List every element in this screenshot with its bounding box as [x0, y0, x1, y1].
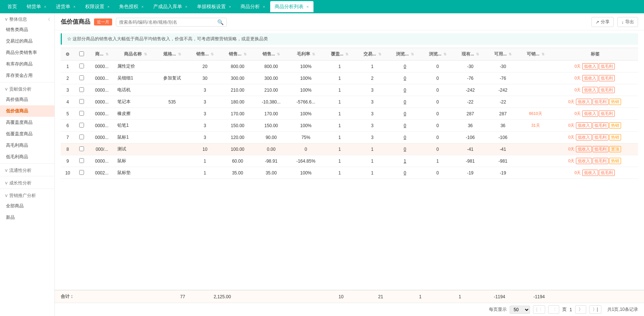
row-browse1[interactable]: 0 [389, 96, 421, 108]
close-icon[interactable]: × [73, 4, 76, 9]
deals-column-header[interactable]: 交易... ⇅ [356, 48, 389, 61]
row-checkbox[interactable] [79, 146, 84, 151]
row-checkbox-cell[interactable] [75, 155, 88, 167]
row-browse1[interactable]: 0 [389, 61, 421, 72]
name-column-header[interactable]: 商品名称 ⇅ [115, 48, 155, 61]
sidebar-item-category-rate[interactable]: 商品分类销售率 [0, 47, 54, 58]
close-icon[interactable]: × [306, 4, 309, 9]
browse2-column-header[interactable]: 浏览... ⇅ [421, 48, 454, 61]
sidebar-group-growth[interactable]: ∨ 成长性分析 [0, 177, 54, 188]
search-box: 🔍 [116, 18, 227, 27]
row-browse1[interactable]: 1 [389, 155, 421, 167]
code-column-header[interactable]: 商... ⇅ [88, 48, 115, 61]
next-page-button[interactable]: 〉 [575, 305, 586, 314]
summary-tags [598, 294, 638, 299]
sidebar-item-low-margin[interactable]: 低毛利商品 [0, 151, 54, 163]
row-checkbox[interactable] [79, 99, 84, 104]
spec-column-header[interactable]: 规格... ⇅ [155, 48, 188, 61]
saleable-column-header[interactable]: 可销... ⇅ [519, 48, 552, 61]
page-size-select[interactable]: 50 100 200 [510, 306, 530, 314]
checkbox-column-header[interactable] [75, 48, 88, 61]
row-browse1[interactable]: 0 [389, 132, 421, 143]
share-button[interactable]: ↗ 分享 [591, 17, 614, 27]
export-button[interactable]: ↓ 导出 [617, 17, 638, 27]
sales2-column-header[interactable]: 销售... ⇅ [221, 48, 254, 61]
row-stock: -30 [454, 61, 486, 72]
row-checkbox[interactable] [79, 75, 84, 80]
table-container[interactable]: ⚙ 商... ⇅ 商品名称 ⇅ 规格... ⇅ 销售... ⇅ 销售... ⇅ … [55, 48, 644, 290]
row-browse1[interactable]: 0 [389, 72, 421, 84]
sidebar-item-low-value[interactable]: 低价值商品 [0, 105, 54, 117]
row-spec [155, 84, 188, 96]
select-all-checkbox[interactable] [79, 51, 84, 56]
row-browse1[interactable]: 0 [389, 108, 421, 120]
tag-label: 热销 [609, 99, 621, 105]
sales3-column-header[interactable]: 销售... ⇅ [254, 48, 288, 61]
row-browse1[interactable]: 0 [389, 143, 421, 155]
sales1-column-header[interactable]: 销售... ⇅ [189, 48, 221, 61]
row-num: 2 [61, 72, 75, 84]
sidebar-group-circulation[interactable]: ∨ 流通性分析 [0, 164, 54, 175]
row-checkbox[interactable] [79, 87, 84, 92]
row-checkbox-cell[interactable] [75, 84, 88, 96]
prev-page-button[interactable]: 〈 [548, 305, 559, 314]
row-checkbox-cell[interactable] [75, 132, 88, 143]
nav-item-sales[interactable]: 销货单 × [22, 1, 51, 12]
sidebar-item-sales-goods[interactable]: 销售类商品 [0, 24, 54, 35]
stock-column-header[interactable]: 现有... ⇅ [454, 48, 486, 61]
row-browse1[interactable]: 0 [389, 120, 421, 132]
coverage-column-header[interactable]: 覆盖... ⇅ [323, 48, 356, 61]
row-browse1[interactable]: 0 [389, 167, 421, 179]
sidebar-item-in-stock[interactable]: 有库存的商品 [0, 58, 54, 70]
sidebar-item-low-coverage[interactable]: 低覆盖度商品 [0, 128, 54, 140]
row-checkbox[interactable] [79, 170, 84, 175]
sidebar-item-all-goods[interactable]: 全部商品 [0, 200, 54, 212]
avail-column-header[interactable]: 可用... ⇅ [487, 48, 519, 61]
sidebar-item-new-goods[interactable]: 新品 [0, 212, 54, 223]
nav-item-analysis-list[interactable]: 商品分析列表 × [270, 1, 313, 12]
sidebar-item-traded[interactable]: 交易过的商品 [0, 35, 54, 47]
close-icon[interactable]: × [44, 4, 46, 9]
collapse-icon[interactable]: 《 [46, 17, 50, 22]
row-checkbox[interactable] [79, 111, 84, 116]
row-checkbox-cell[interactable] [75, 61, 88, 72]
row-checkbox-cell[interactable] [75, 72, 88, 84]
search-icon[interactable]: 🔍 [217, 19, 224, 25]
browse1-column-header[interactable]: 浏览... ⇅ [389, 48, 421, 61]
first-page-button[interactable]: |〈 [533, 305, 545, 314]
nav-item-product[interactable]: 产成品入库单 × [149, 1, 192, 12]
search-input[interactable] [119, 20, 217, 25]
margin-column-header[interactable]: 毛利率 ⇅ [288, 48, 323, 61]
gear-icon[interactable]: ⚙ [66, 52, 70, 57]
nav-item-template[interactable]: 单据模板设置 × [192, 1, 235, 12]
row-spec [155, 143, 188, 155]
row-checkbox-cell[interactable] [75, 120, 88, 132]
row-checkbox[interactable] [79, 135, 84, 139]
row-checkbox-cell[interactable] [75, 108, 88, 120]
last-page-button[interactable]: 〉| [589, 305, 601, 314]
row-checkbox-cell[interactable] [75, 167, 88, 179]
gear-column-header[interactable]: ⚙ [61, 48, 75, 61]
row-checkbox[interactable] [79, 123, 84, 128]
sidebar-item-high-coverage[interactable]: 高覆盖度商品 [0, 117, 54, 128]
close-icon[interactable]: × [107, 4, 110, 9]
nav-item-home[interactable]: 首页 [3, 1, 21, 12]
nav-item-role[interactable]: 角色授权 × [115, 1, 148, 12]
row-checkbox-cell[interactable] [75, 143, 88, 155]
close-icon[interactable]: × [263, 4, 265, 9]
sidebar-item-high-value[interactable]: 高价值商品 [0, 94, 54, 105]
row-checkbox[interactable] [79, 64, 84, 68]
sidebar-item-capital[interactable]: 库存资金占用 [0, 70, 54, 81]
row-num: 1 [61, 61, 75, 72]
sidebar-item-high-margin[interactable]: 高毛利商品 [0, 140, 54, 151]
row-checkbox[interactable] [79, 158, 84, 163]
nav-item-purchase[interactable]: 进货单 × [51, 1, 80, 12]
row-checkbox-cell[interactable] [75, 96, 88, 108]
row-browse1[interactable]: 0 [389, 84, 421, 96]
close-icon[interactable]: × [185, 4, 187, 9]
time-filter-button[interactable]: 近一月 [94, 18, 112, 26]
close-icon[interactable]: × [141, 4, 144, 9]
close-icon[interactable]: × [229, 4, 231, 9]
nav-item-analysis[interactable]: 商品分析 × [236, 1, 269, 12]
nav-item-permission[interactable]: 权限设置 × [81, 1, 114, 12]
